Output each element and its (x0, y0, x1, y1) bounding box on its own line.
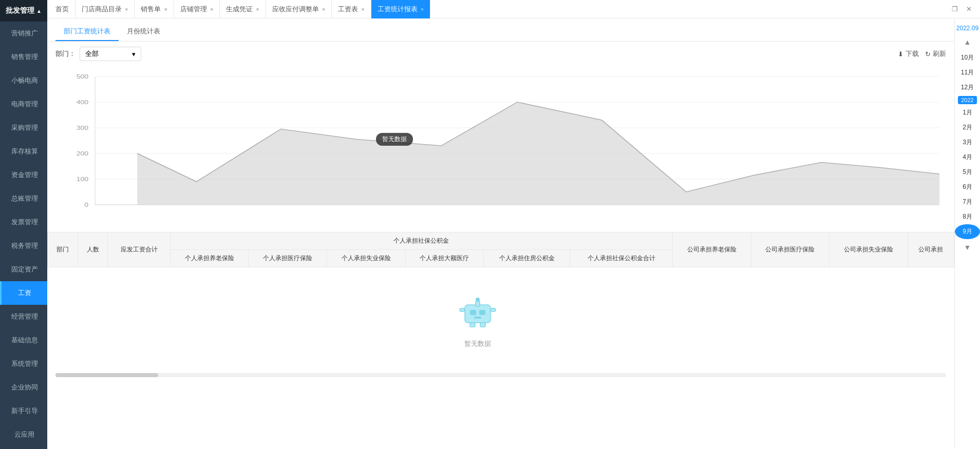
dept-select[interactable]: 全部 ▾ (80, 47, 141, 61)
tab-close-icon[interactable]: × (256, 6, 259, 12)
tab-应收应付调整单[interactable]: 应收应付调整单× (266, 0, 332, 18)
calendar-month-7月[interactable]: 7月 (955, 194, 980, 209)
svg-rect-22 (470, 323, 475, 327)
calendar-year-tag[interactable]: 2022 (958, 96, 976, 104)
tab-bar: 首页门店商品目录×销售单×店铺管理×生成凭证×应收应付调整单×工资表×工资统计报… (47, 0, 980, 18)
sidebar-item-营销推广[interactable]: 营销推广 (0, 22, 47, 45)
calendar-month-8月[interactable]: 8月 (955, 209, 980, 224)
sidebar-item-固定资产[interactable]: 固定资产 (0, 258, 47, 281)
close-button[interactable]: ✕ (964, 4, 974, 14)
restore-button[interactable]: ❐ (950, 4, 960, 14)
content-area: 部门工资统计表月份统计表 部门： 全部 ▾ ⬇ 下载 (47, 18, 980, 449)
tab-销售单[interactable]: 销售单× (135, 0, 174, 18)
tab-close-icon[interactable]: × (164, 6, 167, 12)
toolbar-left: 部门： 全部 ▾ (55, 47, 141, 61)
calendar-month-10月[interactable]: 10月 (955, 50, 980, 65)
refresh-button[interactable]: ↻ 刷新 (925, 49, 946, 58)
tab-close-icon[interactable]: × (210, 6, 213, 12)
empty-row: 暂无数据 (48, 267, 954, 374)
dept-value: 全部 (85, 49, 99, 58)
sidebar-item-新手引导[interactable]: 新手引导 (0, 399, 47, 423)
svg-text:0: 0 (84, 202, 88, 208)
sidebar-item-资金管理[interactable]: 资金管理 (0, 163, 47, 187)
svg-rect-23 (480, 323, 485, 327)
settings-button[interactable]: ⚙ (0, 446, 47, 449)
calendar-month-4月[interactable]: 4月 (955, 150, 980, 165)
sidebar-item-工资[interactable]: 工资 (0, 281, 47, 305)
svg-rect-18 (476, 301, 480, 306)
sidebar-item-采购管理[interactable]: 采购管理 (0, 116, 47, 140)
sidebar-item-云应用[interactable]: 云应用 (0, 423, 47, 446)
tab-首页[interactable]: 首页 (49, 0, 76, 18)
calendar-month-3月[interactable]: 3月 (955, 135, 980, 150)
tab-门店商品目录[interactable]: 门店商品目录× (76, 0, 135, 18)
calendar-up-button[interactable]: ▲ (960, 35, 975, 49)
sidebar-item-税务管理[interactable]: 税务管理 (0, 234, 47, 258)
sidebar-item-销售管理[interactable]: 销售管理 (0, 45, 47, 69)
calendar-down-button[interactable]: ▼ (960, 240, 975, 255)
sidebar-item-小畅电商[interactable]: 小畅电商 (0, 69, 47, 92)
sidebar-item-发票管理[interactable]: 发票管理 (0, 210, 47, 234)
svg-rect-15 (470, 310, 476, 315)
col-company-other: 公司承担 (908, 232, 954, 267)
sub-tab-部门工资统计表[interactable]: 部门工资统计表 (55, 23, 119, 41)
tab-店铺管理[interactable]: 店铺管理× (174, 0, 220, 18)
svg-text:400: 400 (77, 99, 89, 105)
calendar-month-12月[interactable]: 12月 (955, 80, 980, 95)
tab-close-icon[interactable]: × (322, 6, 325, 12)
calendar-month-6月[interactable]: 6月 (955, 180, 980, 194)
col-personal-medical: 个人承担医疗保险 (249, 250, 327, 267)
svg-text:500: 500 (77, 73, 89, 80)
calendar-month-9月[interactable]: 9月 (955, 224, 980, 239)
calendar-month-5月[interactable]: 5月 (955, 165, 980, 180)
refresh-icon: ↻ (925, 50, 931, 58)
sidebar: 批发管理 ▲ 营销推广销售管理小畅电商电商管理采购管理库存核算资金管理总账管理发… (0, 0, 47, 449)
tab-close-icon[interactable]: × (361, 6, 364, 12)
calendar-month-2月[interactable]: 2月 (955, 120, 980, 135)
tab-label: 生成凭证 (226, 5, 253, 14)
table-area[interactable]: 部门 人数 应发工资合计 个人承担社保公积金 公司承担养老保险 公司承担医疗保险… (47, 232, 954, 449)
tab-label: 首页 (55, 5, 69, 14)
sidebar-item-企业协同[interactable]: 企业协同 (0, 376, 47, 399)
empty-text: 暂无数据 (464, 339, 491, 348)
tab-label: 门店商品目录 (82, 5, 122, 14)
svg-point-19 (476, 298, 480, 302)
empty-state: 暂无数据 (53, 271, 903, 369)
sidebar-item-总账管理[interactable]: 总账管理 (0, 187, 47, 210)
col-company-pension: 公司承担养老保险 (673, 232, 751, 267)
sidebar-item-基础信息[interactable]: 基础信息 (0, 328, 47, 352)
col-personal-total: 个人承担社保公积金合计 (570, 250, 673, 267)
svg-rect-17 (474, 317, 481, 319)
sidebar-item-电商管理[interactable]: 电商管理 (0, 92, 47, 116)
horizontal-scrollbar[interactable] (55, 373, 946, 377)
tab-close-icon[interactable]: × (125, 6, 128, 12)
scroll-thumb[interactable] (55, 373, 158, 377)
sidebar-header[interactable]: 批发管理 ▲ (0, 0, 47, 22)
sub-tab-月份统计表[interactable]: 月份统计表 (119, 23, 168, 41)
col-personal-pension: 个人承担养老保险 (170, 250, 249, 267)
chevron-down-icon: ▾ (132, 50, 136, 58)
calendar-panel: 2022.09 ▲ 10月11月12月20221月2月3月4月5月6月7月8月9… (954, 18, 980, 449)
tab-生成凭证[interactable]: 生成凭证× (220, 0, 266, 18)
tab-close-icon[interactable]: × (421, 6, 424, 12)
col-company-unemp: 公司承担失业保险 (830, 232, 908, 267)
col-company-medical: 公司承担医疗保险 (751, 232, 830, 267)
svg-rect-20 (460, 308, 465, 311)
page-content: 部门工资统计表月份统计表 部门： 全部 ▾ ⬇ 下载 (47, 18, 954, 449)
sidebar-item-系统管理[interactable]: 系统管理 (0, 352, 47, 376)
chart-container: 500 400 300 200 100 0 暂无数据 (47, 66, 954, 232)
calendar-year-display[interactable]: 2022.09 (954, 23, 980, 34)
svg-text:300: 300 (77, 125, 89, 131)
calendar-month-1月[interactable]: 1月 (955, 105, 980, 120)
download-label: 下载 (906, 49, 919, 58)
toolbar-right: ⬇ 下载 ↻ 刷新 (898, 49, 946, 58)
tab-工资表[interactable]: 工资表× (332, 0, 371, 18)
sidebar-item-经营管理[interactable]: 经营管理 (0, 305, 47, 328)
sidebar-item-库存核算[interactable]: 库存核算 (0, 140, 47, 163)
tab-工资统计报表[interactable]: 工资统计报表× (371, 0, 430, 18)
col-group-personal: 个人承担社保公积金 (170, 232, 672, 250)
download-button[interactable]: ⬇ 下载 (898, 49, 919, 58)
calendar-month-11月[interactable]: 11月 (955, 65, 980, 80)
col-count: 人数 (78, 232, 108, 267)
col-dept: 部门 (48, 232, 78, 267)
